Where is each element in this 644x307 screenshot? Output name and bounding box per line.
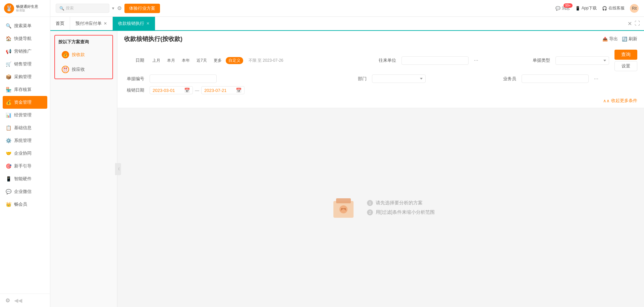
date-btn-custom[interactable]: 自定义 xyxy=(226,57,243,64)
calendar-end-icon[interactable]: 📅 xyxy=(236,88,241,93)
verify-date-start-input[interactable]: 2023-03-01 xyxy=(153,88,183,93)
message-btn[interactable]: 💬 消息 99+ xyxy=(555,5,570,11)
app-download-btn[interactable]: 📱 App下载 xyxy=(575,5,597,11)
option-by-collection[interactable]: 💰 按收款 xyxy=(58,49,109,60)
panel-options: 💰 按收款 ⏰ 按应收 xyxy=(58,49,109,75)
refresh-btn[interactable]: 🔄 刷新 xyxy=(622,36,637,42)
sidebar-item-销售管理[interactable]: 🛒 销售管理 xyxy=(0,58,50,70)
filter-row-2: 单据编号 部门 业务员 ··· xyxy=(124,74,637,83)
date-btn-more[interactable]: 更多 xyxy=(211,57,224,64)
tab-expand-icon[interactable]: ⛶ xyxy=(635,20,640,27)
sidebar-item-智能硬件[interactable]: 📱 智能硬件 xyxy=(0,172,50,185)
calendar-start-icon[interactable]: 📅 xyxy=(184,88,190,93)
logo-icon: 🐰 xyxy=(4,3,14,13)
sidebar-item-畅会员[interactable]: 👑 畅会员 xyxy=(0,198,50,211)
counterparty-dots[interactable]: ··· xyxy=(474,57,478,63)
sidebar-icon: 📢 xyxy=(5,48,11,54)
tab-actions: ✕ ⛶ xyxy=(624,17,644,30)
doc-no-input[interactable] xyxy=(150,74,217,83)
svg-rect-1 xyxy=(336,198,351,203)
tab-close-icon[interactable]: ✕ xyxy=(628,20,632,27)
empty-step-2: 2 用[过滤]条件来缩小分析范围 xyxy=(367,209,435,215)
sidebar-item-资金管理[interactable]: 💰 资金管理 xyxy=(3,96,47,109)
sidebar-item-企业协同[interactable]: 🤝 企业协同 xyxy=(0,147,50,160)
online-service-label: 在线客服 xyxy=(608,5,625,11)
sidebar-item-新手引导[interactable]: 🎯 新手引导 xyxy=(0,160,50,172)
sidebar-icon: 🔍 xyxy=(5,23,11,29)
industry-btn[interactable]: 体验行业方案 xyxy=(124,4,160,13)
date-btn-thisyear[interactable]: 本年 xyxy=(179,57,193,64)
sidebar-item-快捷导航[interactable]: 🏠 快捷导航 xyxy=(0,32,50,45)
staff-input[interactable] xyxy=(522,74,589,83)
sidebar-icon: 📊 xyxy=(5,112,11,118)
step-2-num: 2 xyxy=(367,209,373,215)
doc-type-select[interactable] xyxy=(555,56,609,65)
dept-select[interactable] xyxy=(372,74,426,83)
sidebar-item-采购管理[interactable]: 📦 采购管理 xyxy=(0,70,50,83)
sidebar-item-库存核算[interactable]: 🏪 库存核算 xyxy=(0,83,50,96)
sidebar-item-营销推广[interactable]: 📢 营销推广 xyxy=(0,45,50,58)
export-btn[interactable]: 📤 导出 xyxy=(602,36,618,42)
refresh-label: 刷新 xyxy=(629,36,637,42)
option-by-receivable[interactable]: ⏰ 按应收 xyxy=(58,64,109,75)
date-btn-thismonth[interactable]: 本月 xyxy=(164,57,178,64)
sidebar-label: 快捷导航 xyxy=(14,36,32,42)
user-area[interactable]: Rit xyxy=(630,4,639,13)
verify-date-end-wrap[interactable]: 2023-07-21 📅 xyxy=(201,86,245,94)
query-btn[interactable]: 查询 xyxy=(614,50,637,60)
message-badge: 99+ xyxy=(564,3,573,8)
svg-point-3 xyxy=(341,208,342,209)
app-edition: 标准版 xyxy=(16,9,38,13)
top-header: 🔍 搜索 ▾ ⚙ 体验行业方案 💬 消息 99+ 📱 App下载 🎧 在线客服 xyxy=(50,0,644,17)
collapse-filter-btn[interactable]: ∧∧ 收起更多条件 xyxy=(603,98,637,104)
sidebar-item-系统管理[interactable]: ⚙️ 系统管理 xyxy=(0,134,50,147)
sidebar-label: 经营管理 xyxy=(14,112,32,118)
date-btn-lastmonth[interactable]: 上月 xyxy=(150,57,163,64)
filter-more-area: ∧∧ 收起更多条件 xyxy=(124,98,637,104)
home-tab-label: 首页 xyxy=(56,20,64,27)
tab-collection[interactable]: 收款核销执行 ✕ xyxy=(113,17,155,30)
step-2-text: 用[过滤]条件来缩小分析范围 xyxy=(376,209,435,215)
header-search-area: 🔍 搜索 ▾ ⚙ 体验行业方案 xyxy=(56,4,551,13)
gear-icon[interactable]: ⚙ xyxy=(117,5,122,11)
date-to-text: 至 2023-07-26 xyxy=(258,58,283,63)
date-range-text: 不限 至 2023-07-26 xyxy=(249,58,283,63)
sidebar-icon: 📱 xyxy=(5,176,11,182)
sidebar-label: 智能硬件 xyxy=(14,176,32,182)
sidebar-item-基础信息[interactable]: 📋 基础信息 xyxy=(0,121,50,134)
dropdown-icon[interactable]: ▾ xyxy=(112,6,114,11)
settings-btn[interactable]: 设置 xyxy=(614,61,637,71)
sidebar-item-经营管理[interactable]: 📊 经营管理 xyxy=(0,109,50,121)
sidebar-item-搜索菜单[interactable]: 🔍 搜索菜单 xyxy=(0,19,50,32)
panel-collapse-btn[interactable]: 《 xyxy=(115,163,121,175)
sidebar-icon: 🛒 xyxy=(5,61,11,67)
collapse-label: 收起更多条件 xyxy=(611,98,637,104)
counterparty-input[interactable] xyxy=(401,56,469,65)
message-icon: 💬 xyxy=(555,6,560,11)
unlimited-label: 不限 xyxy=(249,58,257,63)
settings-icon[interactable]: ⚙ xyxy=(5,297,10,304)
verify-date-start-wrap[interactable]: 2023-03-01 📅 xyxy=(150,86,193,94)
filter-area: 日期 上月 本月 本年 近7天 更多 自定义 不限 至 2023-07-26 xyxy=(117,46,644,108)
tab-close-prepayment[interactable]: ✕ xyxy=(104,21,107,26)
filter-row-1: 日期 上月 本月 本年 近7天 更多 自定义 不限 至 2023-07-26 xyxy=(124,50,637,71)
sidebar-bottom[interactable]: ⚙ ◀◀ xyxy=(0,294,50,307)
sidebar-label: 销售管理 xyxy=(14,61,32,67)
tab-home[interactable]: 首页 xyxy=(50,17,70,30)
export-label: 导出 xyxy=(609,36,618,42)
sidebar-label: 企业协同 xyxy=(14,150,32,156)
tab-close-collection[interactable]: ✕ xyxy=(146,21,150,26)
tab-prepayment[interactable]: 预付冲应付单 ✕ xyxy=(70,17,113,30)
sidebar-icon: 💬 xyxy=(5,189,11,195)
collapse-sidebar-icon[interactable]: ◀◀ xyxy=(14,297,22,304)
staff-dots[interactable]: ··· xyxy=(594,76,598,82)
option-receivable-label: 按应收 xyxy=(72,66,85,72)
verify-date-end-input[interactable]: 2023-07-21 xyxy=(204,88,234,93)
receivable-icon: ⏰ xyxy=(62,66,69,73)
app-download-label: App下载 xyxy=(582,5,597,11)
sidebar-label: 基础信息 xyxy=(14,125,32,131)
date-btn-7days[interactable]: 近7天 xyxy=(194,57,210,64)
online-service-btn[interactable]: 🎧 在线客服 xyxy=(602,5,625,11)
main-area: 🔍 搜索 ▾ ⚙ 体验行业方案 💬 消息 99+ 📱 App下载 🎧 在线客服 xyxy=(50,0,644,307)
sidebar-item-企业微信[interactable]: 💬 企业微信 xyxy=(0,185,50,198)
